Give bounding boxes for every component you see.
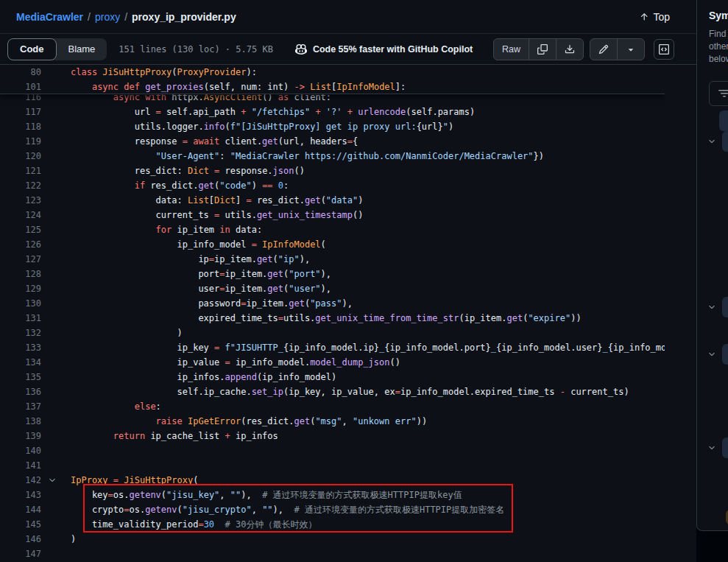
chevron-down-icon[interactable]: [707, 137, 716, 146]
line-number[interactable]: 117: [0, 105, 41, 119]
symbol-expand-chevron[interactable]: [707, 350, 719, 359]
line-number[interactable]: 123: [0, 193, 41, 208]
code-token: [71, 180, 135, 191]
code-text: response = await client.get(url, headers…: [71, 134, 358, 149]
code-token: =: [198, 519, 203, 530]
line-number[interactable]: 142: [0, 473, 41, 488]
code-token: res_dict:: [71, 166, 188, 176]
fold-gutter: [41, 547, 71, 561]
line-number[interactable]: 135: [0, 370, 41, 384]
code-token: getenv: [145, 505, 177, 515]
chevron-down-icon[interactable]: [48, 476, 57, 485]
breadcrumb-separator: /: [124, 11, 127, 23]
symbol-pill[interactable]: [719, 110, 728, 131]
line-number[interactable]: 146: [0, 532, 41, 547]
code-token: response.: [219, 166, 272, 176]
line-number[interactable]: 101: [0, 80, 41, 94]
code-token: get: [305, 195, 321, 206]
code-square-icon: [659, 44, 669, 55]
breadcrumb-repo-link[interactable]: MediaCrawler: [16, 11, 83, 23]
code-token: data:: [230, 225, 262, 235]
line-number[interactable]: 137: [0, 399, 41, 414]
chevron-down-icon[interactable]: [707, 443, 716, 452]
code-token: =: [219, 269, 225, 279]
raw-button[interactable]: Raw: [494, 39, 529, 60]
code-token: =: [183, 136, 188, 147]
code-line: 141: [0, 458, 665, 473]
line-number[interactable]: 118: [0, 119, 41, 134]
symbol-pill[interactable]: [722, 297, 728, 317]
line-number[interactable]: 133: [0, 340, 41, 355]
breadcrumb-dir-link[interactable]: proxy: [95, 11, 120, 23]
back-to-top-link[interactable]: Top: [639, 11, 670, 23]
code-token: model_dump_json: [310, 357, 389, 368]
line-number[interactable]: 119: [0, 134, 41, 149]
top-link-label: Top: [653, 11, 670, 23]
line-number[interactable]: 145: [0, 517, 41, 532]
chevron-down-icon[interactable]: [707, 350, 716, 359]
line-number[interactable]: 120: [0, 149, 41, 164]
line-number[interactable]: 131: [0, 311, 41, 326]
code-token: 30: [204, 519, 214, 530]
line-number[interactable]: 130: [0, 296, 41, 311]
code-token: )): [570, 313, 581, 323]
line-number[interactable]: 127: [0, 252, 41, 267]
line-number[interactable]: 132: [0, 326, 41, 340]
code-token: [108, 475, 113, 485]
line-number[interactable]: 121: [0, 164, 41, 178]
code-token: :: [283, 180, 289, 191]
code-token: ): [358, 195, 363, 206]
fold-chevron[interactable]: [41, 473, 71, 488]
code-token: =: [219, 284, 225, 294]
chevron-down-icon[interactable]: [707, 303, 716, 312]
code-token: ]:: [395, 82, 406, 92]
code-token: ip_infos: [230, 431, 278, 441]
line-number[interactable]: 124: [0, 208, 41, 222]
edit-button[interactable]: [590, 39, 617, 60]
line-number[interactable]: 139: [0, 429, 41, 443]
code-token: [71, 401, 135, 412]
symbols-toggle-button[interactable]: [654, 39, 674, 60]
symbols-filter-input[interactable]: [709, 81, 728, 106]
code-token: "jisu_key": [166, 490, 219, 500]
copy-button[interactable]: [529, 39, 556, 60]
code-token: # 通过环境变量的方式获取极速HTTPIP提取key值: [262, 490, 462, 500]
line-number[interactable]: 128: [0, 267, 41, 281]
line-number[interactable]: 140: [0, 443, 41, 458]
line-number[interactable]: 80: [0, 65, 41, 80]
code-token: =: [113, 475, 119, 485]
line-number[interactable]: 125: [0, 222, 41, 237]
symbol-pill[interactable]: [722, 438, 728, 458]
line-number[interactable]: 138: [0, 414, 41, 429]
code-token: (: [172, 67, 177, 77]
line-number[interactable]: 143: [0, 488, 41, 502]
file-stats: 151 lines (130 loc) · 5.75 KB: [119, 44, 273, 55]
symbol-expand-chevron[interactable]: [707, 443, 719, 452]
download-button[interactable]: [556, 39, 583, 60]
line-number[interactable]: 136: [0, 384, 41, 399]
line-number[interactable]: 147: [0, 547, 41, 561]
code-token: ):: [246, 67, 256, 77]
code-token: ),: [321, 269, 331, 279]
symbol-expand-chevron[interactable]: [707, 303, 719, 312]
copilot-banner[interactable]: Code 55% faster with GitHub Copilot: [295, 43, 473, 55]
code-token: utils.logger.: [71, 122, 204, 132]
code-token: (: [177, 505, 183, 515]
line-number[interactable]: 126: [0, 237, 41, 252]
edit-dropdown-button[interactable]: [617, 39, 644, 60]
code-line: 121 res_dict: Dict = response.json(): [0, 164, 665, 178]
code-token: password: [71, 298, 241, 309]
tab-blame[interactable]: Blame: [57, 38, 107, 60]
line-number[interactable]: 144: [0, 502, 41, 517]
tab-code[interactable]: Code: [7, 38, 57, 60]
symbol-pill[interactable]: [722, 344, 728, 365]
code-token: (ip_key, ip_value, ex: [283, 387, 395, 397]
symbol-expand-chevron[interactable]: [707, 137, 719, 146]
triangle-down-icon: [626, 44, 636, 55]
line-number[interactable]: 134: [0, 355, 41, 370]
line-number[interactable]: 129: [0, 281, 41, 296]
symbol-pill[interactable]: [722, 131, 728, 152]
line-number[interactable]: 141: [0, 458, 41, 473]
line-number[interactable]: 122: [0, 178, 41, 193]
fold-gutter: [41, 458, 71, 473]
